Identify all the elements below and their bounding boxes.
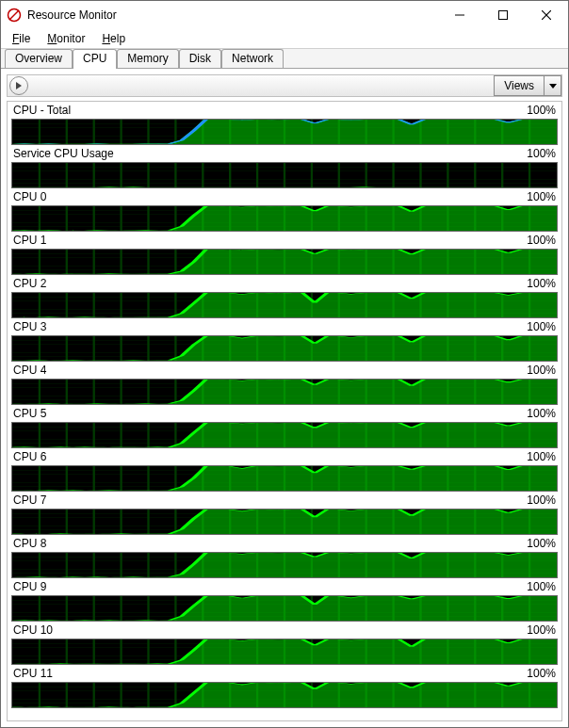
maximize-button[interactable] bbox=[481, 1, 525, 29]
graph-max-label: 100% bbox=[527, 277, 556, 290]
cpu-usage-graph bbox=[11, 639, 558, 665]
titlebar[interactable]: Resource Monitor bbox=[1, 1, 568, 29]
cpu-usage-graph bbox=[11, 509, 558, 535]
menubar: File Monitor Help bbox=[1, 29, 568, 48]
cpu-graphs-panel: CPU - Total100% Service CPU Usage100% CP… bbox=[7, 101, 562, 721]
graph-name: CPU 0 bbox=[13, 190, 527, 203]
graph-max-label: 100% bbox=[527, 537, 556, 550]
graph-header: CPU 3100% bbox=[11, 320, 558, 335]
tab-network[interactable]: Network bbox=[221, 49, 284, 68]
graph-name: CPU - Total bbox=[13, 104, 527, 117]
graph-max-label: 100% bbox=[527, 493, 556, 507]
expand-collapse-button[interactable] bbox=[9, 76, 28, 95]
graph-header: CPU 10100% bbox=[11, 623, 558, 639]
graph-header: CPU 1100% bbox=[11, 234, 558, 249]
graph-header: CPU 2100% bbox=[11, 277, 558, 292]
graph-max-label: 100% bbox=[527, 407, 556, 420]
resource-monitor-window: Resource Monitor File Monitor Help Overv… bbox=[0, 0, 569, 728]
graph-max-label: 100% bbox=[527, 190, 556, 203]
views-dropdown-icon[interactable] bbox=[545, 75, 561, 96]
svg-marker-7 bbox=[549, 84, 557, 89]
graph-header: CPU 5100% bbox=[11, 407, 558, 422]
graph-header: CPU 6100% bbox=[11, 450, 558, 465]
graph-max-label: 100% bbox=[527, 580, 556, 593]
cpu-usage-graph bbox=[11, 119, 558, 145]
cpu-usage-graph bbox=[11, 249, 558, 275]
graph-header: Service CPU Usage100% bbox=[11, 147, 558, 162]
svg-rect-3 bbox=[499, 11, 508, 20]
graph-name: CPU 7 bbox=[13, 493, 527, 507]
graph-name: CPU 5 bbox=[13, 407, 527, 420]
tabs: Overview CPU Memory Disk Network bbox=[1, 48, 568, 69]
svg-line-1 bbox=[9, 10, 19, 20]
graph-max-label: 100% bbox=[527, 623, 556, 637]
views-button[interactable]: Views bbox=[494, 75, 561, 96]
minimize-button[interactable] bbox=[438, 1, 481, 29]
svg-marker-6 bbox=[16, 82, 22, 89]
tab-memory[interactable]: Memory bbox=[117, 49, 178, 68]
graph-header: CPU 9100% bbox=[11, 580, 558, 595]
toolbar: Views bbox=[7, 74, 562, 97]
cpu-usage-graph bbox=[11, 682, 558, 708]
views-label: Views bbox=[504, 79, 534, 92]
graph-max-label: 100% bbox=[527, 320, 556, 333]
close-button[interactable] bbox=[525, 1, 568, 29]
tab-overview[interactable]: Overview bbox=[5, 49, 73, 68]
graph-name: Service CPU Usage bbox=[13, 147, 527, 160]
graph-header: CPU 7100% bbox=[11, 493, 558, 509]
graph-max-label: 100% bbox=[527, 234, 556, 247]
menu-help[interactable]: Help bbox=[94, 31, 133, 46]
cpu-usage-graph bbox=[11, 552, 558, 578]
graph-max-label: 100% bbox=[527, 364, 556, 377]
cpu-usage-graph bbox=[11, 422, 558, 448]
tab-cpu[interactable]: CPU bbox=[73, 49, 117, 69]
window-title: Resource Monitor bbox=[27, 8, 117, 22]
menu-file[interactable]: File bbox=[5, 31, 38, 46]
cpu-usage-graph bbox=[11, 465, 558, 492]
graph-name: CPU 4 bbox=[13, 364, 527, 377]
graph-name: CPU 6 bbox=[13, 450, 527, 463]
graph-name: CPU 10 bbox=[13, 623, 527, 637]
graph-header: CPU 4100% bbox=[11, 364, 558, 379]
tab-disk[interactable]: Disk bbox=[179, 49, 221, 68]
cpu-usage-graph bbox=[11, 335, 558, 362]
graph-max-label: 100% bbox=[527, 450, 556, 463]
graph-header: CPU 8100% bbox=[11, 537, 558, 552]
cpu-usage-graph bbox=[11, 379, 558, 405]
cpu-usage-graph bbox=[11, 205, 558, 232]
graph-max-label: 100% bbox=[527, 104, 556, 117]
menu-monitor[interactable]: Monitor bbox=[40, 31, 92, 46]
graph-name: CPU 1 bbox=[13, 234, 527, 247]
app-icon bbox=[7, 8, 22, 23]
cpu-usage-graph bbox=[11, 292, 558, 318]
graph-header: CPU - Total100% bbox=[11, 104, 558, 119]
graph-name: CPU 8 bbox=[13, 537, 527, 550]
graph-name: CPU 9 bbox=[13, 580, 527, 593]
graph-name: CPU 2 bbox=[13, 277, 527, 290]
graph-name: CPU 11 bbox=[13, 667, 527, 680]
cpu-usage-graph bbox=[11, 162, 558, 188]
graph-max-label: 100% bbox=[527, 147, 556, 160]
graph-header: CPU 11100% bbox=[11, 667, 558, 682]
graph-header: CPU 0100% bbox=[11, 190, 558, 205]
graph-max-label: 100% bbox=[527, 667, 556, 680]
graph-name: CPU 3 bbox=[13, 320, 527, 333]
cpu-usage-graph bbox=[11, 595, 558, 622]
